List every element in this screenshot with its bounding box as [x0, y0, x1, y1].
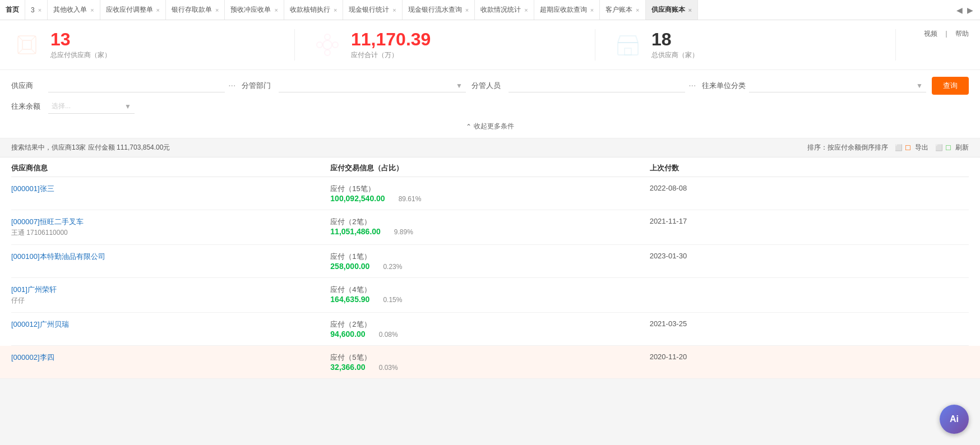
tx-amount-3[interactable]: 164,635.90 — [330, 295, 369, 304]
filter-department: 分管部门 ▼ — [242, 80, 466, 92]
svg-rect-1 — [22, 40, 31, 49]
filter-section: 供应商 ··· 分管部门 ▼ 分管人员 ··· 往来单位分类 ▼ 查询 往来 — [0, 70, 980, 138]
balance-label: 往来余额 — [11, 101, 45, 112]
filter-row-1: 供应商 ··· 分管部门 ▼ 分管人员 ··· 往来单位分类 ▼ 查询 — [11, 77, 969, 95]
last-pay-5: 2020-11-20 — [650, 353, 687, 361]
nav-tab-3-close[interactable]: × — [38, 7, 41, 13]
right-actions: 排序：按应付余额倒序排序 ☐ 导出 ☐ 刷新 — [807, 143, 969, 152]
supplier-cell-2: [000100]本特勤油品有限公司 — [11, 252, 330, 262]
nav-tab-collection-close[interactable]: × — [334, 7, 337, 13]
table-row: [000002]李四 应付（5笔） 32,366.00 0.03% 2020-1… — [0, 346, 980, 379]
supplier-cell-5: [000002]李四 — [11, 353, 330, 363]
video-link[interactable]: 视频 — [924, 29, 937, 39]
nav-tab-collection[interactable]: 收款核销执行 × — [284, 0, 343, 20]
lastpay-cell-2: 2023-01-30 — [650, 252, 969, 260]
tx-amount-0[interactable]: 100,092,540.00 — [330, 194, 385, 203]
unit-select[interactable]: ▼ — [749, 80, 927, 92]
nav-tab-3[interactable]: 3 × — [25, 0, 48, 20]
sort-label[interactable]: 排序：按应付余额倒序排序 — [807, 143, 888, 152]
svg-line-5 — [31, 49, 36, 54]
search-button[interactable]: 查询 — [932, 77, 969, 95]
top-right-links: 视频 ｜ 帮助 — [913, 29, 969, 39]
tx-label-3: 应付（4笔） — [330, 285, 649, 295]
supplier-link-3[interactable]: [001]广州荣轩 — [11, 285, 57, 294]
tx-cell-2: 应付（1笔） 258,000.00 0.23% — [330, 252, 649, 271]
nav-tab-cash-flow-close[interactable]: × — [465, 7, 469, 13]
nav-tab-other-income[interactable]: 其他收入单 × — [48, 0, 100, 20]
svg-point-7 — [325, 34, 330, 40]
diamond-icon — [11, 29, 43, 61]
nav-tab-customer-book-close[interactable]: × — [636, 7, 639, 13]
tx-cell-3: 应付（4笔） 164,635.90 0.15% — [330, 285, 649, 304]
nav-tab-prepay-close[interactable]: × — [274, 7, 278, 13]
nav-tab-collection-stat-close[interactable]: × — [524, 7, 528, 13]
nav-tab-home[interactable]: 首页 — [0, 0, 25, 20]
refresh-label: 刷新 — [955, 143, 969, 152]
nav-tab-overdue-close[interactable]: × — [590, 7, 594, 13]
last-pay-4: 2021-03-25 — [650, 319, 687, 328]
unit-label: 往来单位分类 — [702, 81, 746, 91]
nav-tab-bank-deposit[interactable]: 银行存取款单 × — [166, 0, 225, 20]
tx-inner-2: 258,000.00 0.23% — [330, 262, 649, 271]
table-row: [000012]广州贝瑞 应付（2笔） 94,600.00 0.08% 2021… — [11, 313, 969, 346]
nav-next-arrow[interactable]: ▶ — [965, 6, 976, 15]
supplier-link-4[interactable]: [000012]广州贝瑞 — [11, 320, 69, 328]
nav-tab-supplier-book[interactable]: 供应商账本 × — [646, 0, 698, 20]
collapse-button[interactable]: ⌃ 收起更多条件 — [466, 122, 514, 131]
svg-rect-12 — [625, 48, 631, 55]
tx-cell-1: 应付（2笔） 11,051,486.00 9.89% — [330, 217, 649, 236]
tx-amount-4[interactable]: 94,600.00 — [330, 330, 365, 339]
nav-tab-adjustment[interactable]: 应收应付调整单 × — [100, 0, 166, 20]
supplier-input[interactable] — [48, 80, 225, 92]
summary-section: 13 总应付供应商（家） 11,170.39 应付合计（万） — [0, 20, 980, 70]
unit-arrow: ▼ — [916, 82, 923, 90]
supplier-link-0[interactable]: [000001]张三 — [11, 184, 54, 193]
nav-tab-other-income-close[interactable]: × — [90, 7, 94, 13]
nav-tab-supplier-book-close[interactable]: × — [688, 7, 692, 13]
lastpay-cell-0: 2022-08-08 — [650, 184, 969, 192]
nav-tab-collection-stat[interactable]: 收款情况统计 × — [475, 0, 534, 20]
department-arrow: ▼ — [456, 82, 463, 90]
nav-tab-cash-flow-label: 现金银行流水查询 — [408, 5, 462, 15]
filter-unit: 往来单位分类 ▼ — [702, 80, 927, 92]
table-row: [000001]张三 应付（15笔） 100,092,540.00 89.61%… — [11, 177, 969, 210]
tx-amount-2[interactable]: 258,000.00 — [330, 262, 369, 271]
person-dots[interactable]: ··· — [688, 81, 696, 91]
nav-tab-3-label: 3 — [31, 6, 35, 14]
nav-tab-customer-book[interactable]: 客户账本 × — [600, 0, 645, 20]
nav-tab-bank-deposit-close[interactable]: × — [215, 7, 219, 13]
nav-tab-cash-stat[interactable]: 现金银行统计 × — [343, 0, 402, 20]
total-suppliers-label: 总供应商（家） — [651, 50, 699, 60]
svg-point-10 — [332, 42, 338, 48]
total-payable-amount-label: 应付合计（万） — [351, 50, 431, 60]
supplier-dots[interactable]: ··· — [228, 81, 235, 91]
table-section: 供应商信息 应付交易信息（占比） 上次付数 [000001]张三 应付（15笔）… — [0, 157, 980, 379]
refresh-button[interactable]: ☐ 刷新 — [935, 143, 969, 152]
tx-amount-1[interactable]: 11,051,486.00 — [330, 227, 381, 236]
supplier-link-1[interactable]: [000007]恒旺二手叉车 — [11, 217, 84, 226]
person-input[interactable] — [509, 80, 685, 92]
link-separator: ｜ — [943, 29, 950, 39]
nav-tab-prepay[interactable]: 预收冲应收单 × — [225, 0, 284, 20]
export-button[interactable]: ☐ 导出 — [895, 143, 928, 152]
summary-card-suppliers: 13 总应付供应商（家） — [11, 29, 295, 61]
result-bar: 搜索结果中，供应商13家 应付金额 111,703,854.00元 排序：按应付… — [0, 138, 980, 157]
nav-tab-cash-stat-close[interactable]: × — [392, 7, 396, 13]
supplier-link-2[interactable]: [000100]本特勤油品有限公司 — [11, 252, 105, 261]
tx-amount-5[interactable]: 32,366.00 — [330, 363, 365, 372]
nav-tab-cash-stat-label: 现金银行统计 — [349, 5, 389, 15]
balance-select[interactable]: 选择... ▼ — [48, 99, 135, 114]
tx-cell-5: 应付（5笔） 32,366.00 0.03% — [330, 353, 649, 372]
nav-tab-overdue-label: 超期应收款查询 — [540, 5, 587, 15]
supplier-link-5[interactable]: [000002]李四 — [11, 353, 54, 361]
nav-tab-cash-flow[interactable]: 现金银行流水查询 × — [403, 0, 475, 20]
supplier-cell-1: [000007]恒旺二手叉车 王通 17106110000 — [11, 217, 330, 238]
nav-prev-arrow[interactable]: ◀ — [954, 6, 965, 15]
collapse-label: 收起更多条件 — [474, 122, 514, 131]
table-row: [000007]恒旺二手叉车 王通 17106110000 应付（2笔） 11,… — [11, 210, 969, 245]
help-link[interactable]: 帮助 — [955, 29, 969, 39]
department-select[interactable]: ▼ — [279, 80, 466, 92]
nav-tab-overdue[interactable]: 超期应收款查询 × — [534, 0, 600, 20]
flower-icon — [312, 29, 343, 61]
nav-tab-adjustment-close[interactable]: × — [156, 7, 160, 13]
